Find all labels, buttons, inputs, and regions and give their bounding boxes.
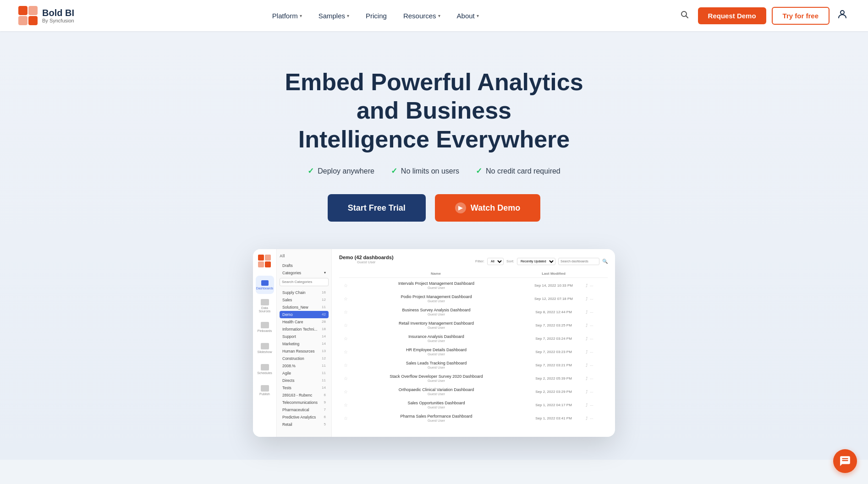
star-icon[interactable]: ☆ bbox=[343, 363, 348, 368]
share-icon[interactable]: ⤴ bbox=[586, 390, 588, 394]
nav-item-about[interactable]: About ▾ bbox=[450, 8, 486, 23]
navigation: Bold BI By Syncfusion Platform ▾ Samples… bbox=[0, 0, 868, 31]
cat-item-supply-chain[interactable]: Supply Chain16 bbox=[280, 289, 329, 296]
table-row[interactable]: ☆ Sales Leads Tracking Dashboard Guest U… bbox=[339, 359, 608, 372]
cat-item-support[interactable]: Support14 bbox=[280, 333, 329, 340]
more-icon[interactable]: ··· bbox=[590, 403, 593, 408]
request-demo-button[interactable]: Request Demo bbox=[698, 7, 766, 24]
svg-rect-3 bbox=[28, 16, 38, 25]
try-free-button[interactable]: Try for free bbox=[772, 7, 830, 25]
dashboard-search-input[interactable] bbox=[558, 258, 599, 265]
cat-item-agile[interactable]: Agile11 bbox=[280, 370, 329, 377]
table-row[interactable]: ☆ HR Employee Details Dashboard Guest Us… bbox=[339, 345, 608, 359]
cat-item-categories[interactable]: Categories▾ bbox=[280, 269, 329, 277]
dashboard-user: Guest User bbox=[339, 260, 394, 264]
hero-section: Embed Powerful Analytics and Business In… bbox=[0, 31, 868, 460]
svg-rect-7 bbox=[258, 255, 264, 261]
cat-item-human-resources[interactable]: Human Resources13 bbox=[280, 348, 329, 355]
sidebar-item-publish[interactable]: Publish bbox=[256, 381, 274, 399]
nav-item-samples[interactable]: Samples ▾ bbox=[311, 8, 357, 23]
table-row[interactable]: ☆ Stack Overflow Developer Survey 2020 D… bbox=[339, 372, 608, 385]
more-icon[interactable]: ··· bbox=[590, 283, 593, 288]
category-search-input[interactable] bbox=[280, 278, 329, 286]
sidebar-item-dashboards[interactable]: Dashboards bbox=[256, 276, 274, 294]
share-icon[interactable]: ⤴ bbox=[586, 363, 588, 368]
cat-item-2008[interactable]: 2008.%11 bbox=[280, 362, 329, 370]
star-icon[interactable]: ☆ bbox=[343, 376, 348, 381]
slideshow-icon bbox=[261, 343, 269, 349]
star-icon[interactable]: ☆ bbox=[343, 283, 348, 288]
svg-rect-1 bbox=[28, 6, 38, 15]
star-icon[interactable]: ☆ bbox=[343, 389, 348, 394]
sidebar-item-pinboards[interactable]: Pinboards bbox=[256, 318, 274, 336]
more-icon[interactable]: ··· bbox=[590, 363, 593, 368]
search-button[interactable] bbox=[677, 7, 692, 25]
more-icon[interactable]: ··· bbox=[590, 376, 593, 381]
sort-select[interactable]: Recently Updated bbox=[517, 258, 555, 265]
checkmark-icon: ✓ bbox=[308, 166, 314, 176]
cat-item-predictive[interactable]: Predictive Analytics6 bbox=[280, 413, 329, 421]
cat-item-sales[interactable]: Sales12 bbox=[280, 296, 329, 304]
star-icon[interactable]: ☆ bbox=[343, 416, 348, 421]
user-account-button[interactable] bbox=[835, 7, 850, 24]
cat-item-pharma[interactable]: Pharmaceutical7 bbox=[280, 406, 329, 413]
chat-widget-button[interactable] bbox=[833, 449, 857, 473]
sidebar-item-slideshow[interactable]: Slideshow bbox=[256, 339, 274, 357]
cat-item-retail[interactable]: Retail5 bbox=[280, 421, 329, 428]
user-icon bbox=[837, 9, 848, 20]
cat-item-289163[interactable]: 289163 - Rubenc6 bbox=[280, 392, 329, 399]
table-row[interactable]: ☆ Orthopaedic Clinical Variation Dashboa… bbox=[339, 385, 608, 398]
star-icon[interactable]: ☆ bbox=[343, 296, 348, 301]
more-icon[interactable]: ··· bbox=[590, 416, 593, 421]
nav-item-platform[interactable]: Platform ▾ bbox=[265, 8, 309, 23]
start-trial-button[interactable]: Start Free Trial bbox=[328, 194, 426, 222]
more-icon[interactable]: ··· bbox=[590, 323, 593, 328]
cat-item-health-care[interactable]: Health Care28 bbox=[280, 318, 329, 326]
share-icon[interactable]: ⤴ bbox=[586, 283, 588, 288]
table-row[interactable]: ☆ Podio Project Management Dashboard Gue… bbox=[339, 292, 608, 305]
star-icon[interactable]: ☆ bbox=[343, 349, 348, 354]
star-icon[interactable]: ☆ bbox=[343, 402, 348, 408]
nav-item-pricing[interactable]: Pricing bbox=[358, 8, 394, 23]
more-icon[interactable]: ··· bbox=[590, 337, 593, 341]
more-icon[interactable]: ··· bbox=[590, 350, 593, 354]
filter-select[interactable]: All bbox=[487, 258, 504, 265]
cat-item-construction[interactable]: Construction12 bbox=[280, 355, 329, 362]
cat-item-information-tech[interactable]: Information Techni...18 bbox=[280, 326, 329, 333]
cat-item-demo[interactable]: Demo42 bbox=[280, 311, 329, 318]
star-icon[interactable]: ☆ bbox=[343, 323, 348, 328]
cat-item-tests[interactable]: Tests14 bbox=[280, 384, 329, 392]
table-row[interactable]: ☆ Business Survey Analysis Dashboard Gue… bbox=[339, 305, 608, 319]
star-icon[interactable]: ☆ bbox=[343, 310, 348, 315]
cat-item-directs[interactable]: Directs11 bbox=[280, 377, 329, 384]
table-row[interactable]: ☆ Sales Opportunities Dashboard Guest Us… bbox=[339, 398, 608, 412]
chevron-down-icon: ▾ bbox=[438, 13, 440, 18]
share-icon[interactable]: ⤴ bbox=[586, 350, 588, 354]
nav-item-resources[interactable]: Resources ▾ bbox=[396, 8, 448, 23]
watch-demo-button[interactable]: ▶ Watch Demo bbox=[435, 194, 540, 222]
column-headers: Name Last Modified bbox=[339, 270, 608, 278]
share-icon[interactable]: ⤴ bbox=[586, 323, 588, 328]
share-icon[interactable]: ⤴ bbox=[586, 416, 588, 421]
share-icon[interactable]: ⤴ bbox=[586, 403, 588, 408]
share-icon[interactable]: ⤴ bbox=[586, 337, 588, 341]
share-icon[interactable]: ⤴ bbox=[586, 297, 588, 301]
share-icon[interactable]: ⤴ bbox=[586, 376, 588, 381]
svg-point-6 bbox=[841, 11, 844, 14]
table-row[interactable]: ☆ Retail Inventory Management Dashboard … bbox=[339, 319, 608, 332]
table-row[interactable]: ☆ Pharma Sales Performance Dashboard Gue… bbox=[339, 412, 608, 425]
more-icon[interactable]: ··· bbox=[590, 310, 593, 315]
sidebar-item-datasources[interactable]: Data Sources bbox=[256, 297, 274, 315]
cat-item-telecom[interactable]: Telecommunications9 bbox=[280, 399, 329, 406]
cat-item-marketing[interactable]: Marketing14 bbox=[280, 340, 329, 348]
cat-item-solutions[interactable]: Solutions_New11 bbox=[280, 304, 329, 311]
more-icon[interactable]: ··· bbox=[590, 297, 593, 301]
sidebar-item-schedules[interactable]: Schedules bbox=[256, 360, 274, 378]
table-row[interactable]: ☆ Intervals Project Management Dashboard… bbox=[339, 279, 608, 292]
star-icon[interactable]: ☆ bbox=[343, 336, 348, 341]
table-row[interactable]: ☆ Insurance Analysis Dashboard Guest Use… bbox=[339, 332, 608, 345]
more-icon[interactable]: ··· bbox=[590, 390, 593, 394]
share-icon[interactable]: ⤴ bbox=[586, 310, 588, 315]
logo-link[interactable]: Bold BI By Syncfusion bbox=[18, 6, 74, 25]
cat-item-drafts[interactable]: Drafts bbox=[280, 262, 329, 269]
